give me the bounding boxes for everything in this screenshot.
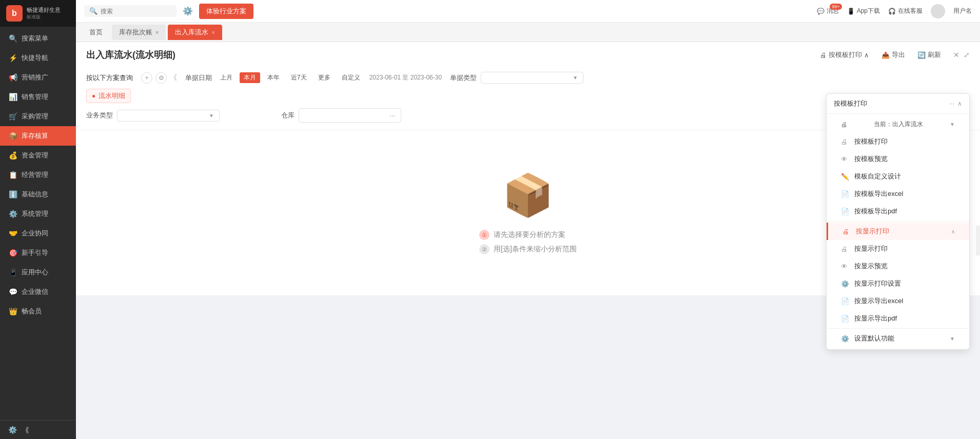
nav-label-system: 系统管理 xyxy=(22,209,48,218)
dropdown-divider-1 xyxy=(827,221,969,222)
display-print-expand-arrow: ∧ xyxy=(951,229,955,234)
search-input[interactable] xyxy=(101,8,171,15)
nav-label-basic: 基础信息 xyxy=(22,190,48,199)
sidebar-item-newbie[interactable]: 🎯新手引导 xyxy=(0,243,76,263)
print-template-label: 按模板打印 xyxy=(829,50,862,59)
dropdown-item-set-default[interactable]: ⚙️ 设置默认功能 ▼ xyxy=(827,330,969,347)
sidebar-item-inventory[interactable]: 📦库存核算 xyxy=(0,126,76,146)
topbar-gear-icon[interactable]: ⚙️ xyxy=(183,6,193,16)
topbar-app-download[interactable]: 📱 App下载 xyxy=(847,7,880,15)
page-title: 出入库流水(流水明细) xyxy=(86,49,175,61)
nav-label-operations: 经营管理 xyxy=(22,170,48,179)
sidebar-item-wechat[interactable]: 💬企业微信 xyxy=(0,282,76,302)
refresh-btn[interactable]: 🔄 刷新 xyxy=(913,48,945,62)
sidebar-item-basic[interactable]: ℹ️基础信息 xyxy=(0,185,76,204)
date-tab-this-year[interactable]: 本年 xyxy=(263,72,284,83)
dropdown-header: 按模板打印 ··· ∧ xyxy=(827,94,969,114)
filter-collapse-icon[interactable]: 《 xyxy=(170,73,177,83)
username-label[interactable]: 用户名 xyxy=(953,7,972,15)
page-resize-handle[interactable] xyxy=(976,225,980,256)
display-excel-icon: 📄 xyxy=(841,297,849,305)
step-1-text: 请先选择要分析的方案 xyxy=(494,230,565,240)
topbar-service[interactable]: 🎧 在线客服 xyxy=(888,7,923,15)
dropdown-more-icon[interactable]: ··· xyxy=(949,100,954,107)
topbar-search-box[interactable]: 🔍 xyxy=(84,5,177,17)
sidebar-settings-icon[interactable]: ⚙️ xyxy=(8,426,17,434)
filter-settings-btn[interactable]: ⚙ xyxy=(155,72,167,84)
date-tab-last-month[interactable]: 上月 xyxy=(216,72,237,83)
refresh-label: 刷新 xyxy=(928,50,941,59)
window-close-btn[interactable]: ✕ xyxy=(953,51,959,59)
export-btn[interactable]: 📤 导出 xyxy=(877,48,909,62)
dropdown-item-display-print-header[interactable]: 🖨 按显示打印 ∧ xyxy=(827,223,969,240)
biz-type-input[interactable]: ▼ xyxy=(117,110,220,122)
dropdown-item-display-preview[interactable]: 👁 按显示预览 xyxy=(827,257,969,275)
dropdown-item-display-settings[interactable]: ⚙️ 按显示打印设置 xyxy=(827,275,969,292)
date-tab-more[interactable]: 更多 xyxy=(314,72,335,83)
dropdown-item-template-excel[interactable]: 📄 按模板导出excel xyxy=(827,185,969,203)
template-pdf-label: 按模板导出pdf xyxy=(854,207,897,216)
tab-flow-close[interactable]: × xyxy=(211,29,214,35)
sidebar-item-search[interactable]: 🔍搜索菜单 xyxy=(0,29,76,48)
sidebar-item-system[interactable]: ⚙️系统管理 xyxy=(0,204,76,224)
sidebar-item-member[interactable]: 👑畅会员 xyxy=(0,302,76,321)
sidebar-item-finance[interactable]: 💰资金管理 xyxy=(0,146,76,165)
set-default-arrow: ▼ xyxy=(950,336,955,342)
dropdown-collapse-arrow[interactable]: ∧ xyxy=(957,100,962,107)
window-resize-btn[interactable]: ⤢ xyxy=(964,51,970,59)
filter-tag-icon: ● xyxy=(92,92,95,99)
warehouse-field: 仓库 ··· xyxy=(281,108,466,123)
app-name: 畅捷通好生意 xyxy=(27,6,61,13)
step-num-1: ① xyxy=(479,230,489,240)
empty-step-1: ① 请先选择要分析的方案 xyxy=(479,230,577,240)
biz-type-field: 业务类型 ▼ xyxy=(86,110,271,122)
sidebar-item-sales[interactable]: 📊销售管理 xyxy=(0,87,76,107)
tab-home[interactable]: 首页 xyxy=(82,25,110,40)
sidebar-item-collab[interactable]: 🤝企业协同 xyxy=(0,224,76,243)
tab-flow[interactable]: 出入库流水 × xyxy=(168,25,222,40)
dropdown-item-template-preview[interactable]: 👁 按模板预览 xyxy=(827,150,969,168)
sidebar-item-purchase[interactable]: 🛒采购管理 xyxy=(0,107,76,126)
dropdown-item-display-pdf[interactable]: 📄 按显示导出pdf xyxy=(827,310,969,327)
filter-tag-shuimingxi[interactable]: ● 流水明细 xyxy=(86,89,131,103)
sidebar-item-apps[interactable]: 📱应用中心 xyxy=(0,263,76,282)
print-template-btn[interactable]: 🖨 按模板打印 ∧ xyxy=(816,48,873,62)
warehouse-input[interactable]: ··· xyxy=(299,108,401,123)
message-badge: 99+ xyxy=(830,4,841,10)
sidebar-item-marketing[interactable]: 📢营销推广 xyxy=(0,68,76,87)
nav-icon-marketing: 📢 xyxy=(8,73,17,82)
nav-label-marketing: 营销推广 xyxy=(22,73,48,82)
dropdown-item-template-pdf[interactable]: 📄 按模板导出pdf xyxy=(827,203,969,220)
filter-tag-label: 流水明细 xyxy=(99,91,125,101)
date-tab-this-month[interactable]: 本月 xyxy=(240,72,260,83)
nav-label-collab: 企业协同 xyxy=(22,229,48,238)
industry-btn[interactable]: 体验行业方案 xyxy=(199,4,253,19)
filter-add-btn[interactable]: + xyxy=(141,72,152,84)
empty-step-2: ② 用[选]条件来缩小分析范围 xyxy=(479,244,577,254)
topbar-message[interactable]: 💬 消息 99+ xyxy=(817,7,839,15)
doc-type-select[interactable]: ▼ xyxy=(481,72,583,84)
tab-batch[interactable]: 库存批次账 × xyxy=(112,25,166,40)
date-tab-7days[interactable]: 近7天 xyxy=(287,72,311,83)
date-tab-custom[interactable]: 自定义 xyxy=(338,72,364,83)
dropdown-item-template-custom[interactable]: ✏️ 模板自定义设计 xyxy=(827,168,969,185)
nav-icon-newbie: 🎯 xyxy=(8,249,17,257)
display-pdf-label: 按显示导出pdf xyxy=(854,314,897,323)
print-expand-arrow: ∧ xyxy=(864,51,869,59)
nav-icon-inventory: 📦 xyxy=(8,132,17,140)
sidebar-item-operations[interactable]: 📋经营管理 xyxy=(0,165,76,185)
sidebar-item-shortcut[interactable]: ⚡快捷导航 xyxy=(0,48,76,68)
tab-batch-close[interactable]: × xyxy=(155,29,159,35)
dropdown-current-label: 当前：出入库流水 xyxy=(874,120,923,129)
dropdown-item-display-print[interactable]: 🖨 按显示打印 xyxy=(827,240,969,257)
user-avatar[interactable] xyxy=(931,4,945,18)
app-label: App下载 xyxy=(857,7,880,15)
template-preview-label: 按模板预览 xyxy=(854,154,888,164)
sidebar-bottom: ⚙️ ⟪ xyxy=(0,420,76,439)
display-print-header-icon: 🖨 xyxy=(842,228,851,235)
search-icon: 🔍 xyxy=(89,7,97,15)
dropdown-item-template-print[interactable]: 🖨 按模板打印 xyxy=(827,133,969,150)
sidebar-collapse-icon[interactable]: ⟪ xyxy=(25,426,29,434)
dropdown-item-display-excel[interactable]: 📄 按显示导出excel xyxy=(827,292,969,310)
dropdown-current-icon: 🖨 xyxy=(841,121,847,128)
